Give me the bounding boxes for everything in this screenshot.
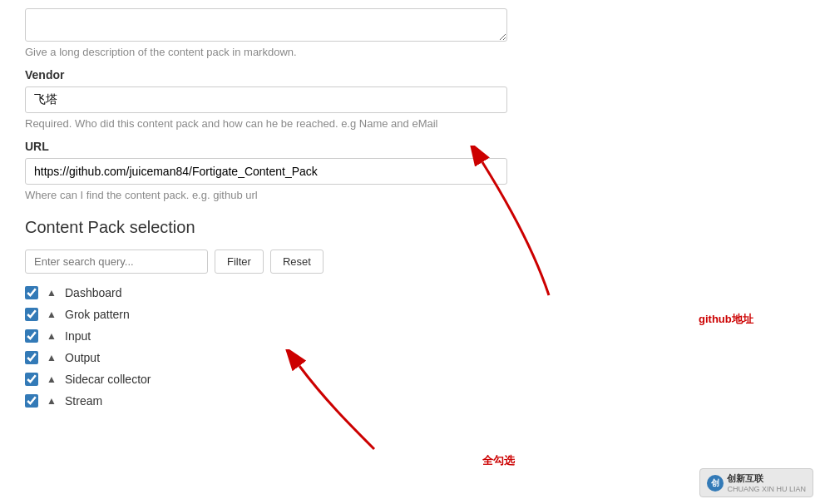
chevron-up-icon: ▲ (45, 286, 58, 299)
select-all-annotation: 全勾选 (482, 453, 515, 468)
github-annotation: github地址 (699, 312, 753, 327)
chevron-up-icon: ▲ (45, 308, 58, 321)
output-checkbox[interactable] (25, 351, 38, 364)
dashboard-checkbox[interactable] (25, 286, 38, 299)
item-label: Grok pattern (65, 308, 130, 321)
list-item: ▲ Dashboard (25, 286, 795, 299)
list-item: ▲ Stream (25, 394, 795, 408)
grok-pattern-checkbox[interactable] (25, 308, 38, 321)
reset-button[interactable]: Reset (270, 250, 324, 274)
stream-checkbox[interactable] (25, 394, 38, 408)
watermark-icon: 创 (707, 475, 724, 492)
list-item: ▲ Input (25, 329, 795, 343)
item-label: Input (65, 329, 91, 343)
list-item: ▲ Output (25, 351, 795, 364)
item-label: Output (65, 351, 100, 364)
url-label: URL (25, 140, 795, 153)
chevron-up-icon: ▲ (45, 394, 58, 408)
search-row: Filter Reset (25, 250, 795, 274)
search-input[interactable] (25, 250, 208, 274)
item-label: Stream (65, 394, 102, 408)
list-item: ▲ Sidecar collector (25, 373, 795, 386)
input-checkbox[interactable] (25, 329, 38, 343)
checklist-container: ▲ Dashboard ▲ Grok pattern ▲ Input ▲ Out… (25, 286, 795, 408)
url-hint: Where can I find the content pack. e.g. … (25, 189, 795, 201)
vendor-hint: Required. Who did this content pack and … (25, 117, 795, 130)
vendor-input[interactable] (25, 86, 507, 113)
list-item: ▲ Grok pattern (25, 308, 795, 321)
description-textarea[interactable] (25, 8, 507, 42)
description-hint: Give a long description of the content p… (25, 46, 795, 58)
item-label: Dashboard (65, 286, 122, 299)
watermark-text: 创新互联 CHUANG XIN HU LIAN (727, 472, 806, 493)
content-pack-title: Content Pack selection (25, 218, 795, 237)
sidecar-collector-checkbox[interactable] (25, 373, 38, 386)
filter-button[interactable]: Filter (215, 250, 264, 274)
page-container: Give a long description of the content p… (0, 0, 820, 504)
chevron-up-icon: ▲ (45, 373, 58, 386)
watermark: 创 创新互联 CHUANG XIN HU LIAN (699, 468, 813, 497)
chevron-up-icon: ▲ (45, 329, 58, 343)
url-input[interactable] (25, 158, 507, 185)
vendor-label: Vendor (25, 68, 795, 82)
item-label: Sidecar collector (65, 373, 151, 386)
chevron-up-icon: ▲ (45, 351, 58, 364)
